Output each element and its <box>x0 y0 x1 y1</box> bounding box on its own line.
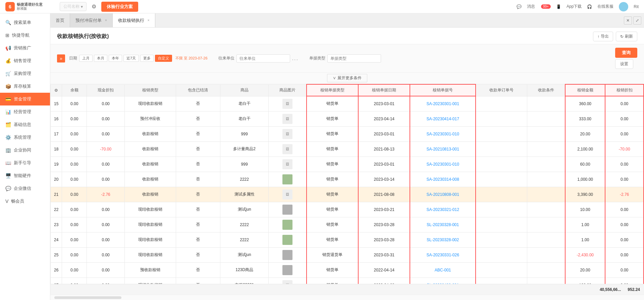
row-balance: 0.00 <box>62 96 87 111</box>
row-writeoff-discount: 0.00 <box>605 217 644 232</box>
row-writeoff-amount: -2,430.00 <box>565 247 605 262</box>
industry-button[interactable]: 休验行业方案 <box>101 2 138 12</box>
query-button[interactable]: 查询 <box>615 48 637 58</box>
last-month-btn[interactable]: 上月 <box>79 55 93 62</box>
scroll-bar-area <box>50 295 644 300</box>
row-product-image: 🖼 <box>268 126 307 141</box>
row-receipt-condition <box>527 141 565 157</box>
row-voucher-no[interactable]: SL-20230408-001 <box>410 277 476 284</box>
service-label[interactable]: 在线客服 <box>597 4 613 9</box>
row-index: 17 <box>51 126 62 141</box>
more-date-btn[interactable]: 更多 <box>140 55 154 62</box>
row-receipt-order-no <box>476 277 527 284</box>
tab-home[interactable]: 首页 <box>50 13 70 27</box>
row-voucher-date: 2023-03-28 <box>358 217 410 232</box>
message-label[interactable]: 消息 <box>527 4 535 9</box>
row-balance: 0.00 <box>62 232 87 247</box>
table-container[interactable]: ⚙ 余额 现金折扣 核销类型 包含已结清 商品 商品图片 核销单据类型 核销单据… <box>50 84 644 284</box>
sidebar-item-basic[interactable]: 🗂️ 基础信息 <box>0 118 50 131</box>
tab-receipt[interactable]: 收款核销执行 × <box>113 13 155 27</box>
col-writeoff-type: 核销类型 <box>125 84 176 96</box>
app-label[interactable]: App下载 <box>567 4 582 9</box>
row-receipt-order-no <box>476 232 527 247</box>
close-prepay-tab[interactable]: × <box>105 18 107 22</box>
close-window-button[interactable]: ✕ <box>624 16 632 25</box>
product-image <box>282 220 292 230</box>
row-index: 23 <box>51 217 62 232</box>
row-voucher-no[interactable]: SA-20230331-026 <box>410 247 476 262</box>
row-writeoff-type: 收款核销 <box>125 187 176 202</box>
row-receipt-condition <box>527 262 565 277</box>
voucher-type-input[interactable] <box>327 54 381 62</box>
row-cash-discount: 0.00 <box>87 126 125 141</box>
row-writeoff-type: 现结收款核销 <box>125 96 176 111</box>
expand-more-button[interactable]: ∨ 展开更多条件 <box>327 74 367 82</box>
row-voucher-no[interactable]: ABC-001 <box>410 262 476 277</box>
tab-spacer <box>155 13 621 27</box>
sidebar-item-sales[interactable]: 💰 销售管理 <box>0 54 50 67</box>
sidebar-item-purchase[interactable]: 🛒 采购管理 <box>0 67 50 80</box>
row-writeoff-type: 预付冲应收 <box>125 111 176 126</box>
row-writeoff-discount: 0.00 <box>605 157 644 172</box>
close-receipt-tab[interactable]: × <box>148 18 150 22</box>
row-product-image: 🖼 <box>268 157 307 172</box>
row-voucher-no[interactable]: SA-20230301-010 <box>410 126 476 141</box>
row-voucher-no[interactable]: SA-20230414-017 <box>410 111 476 126</box>
row-receipt-order-no <box>476 141 527 157</box>
custom-date-btn[interactable]: 自定义 <box>155 55 172 62</box>
row-voucher-date: 2023-04-14 <box>358 111 410 126</box>
company-selector[interactable]: 公司名称 ▾ <box>60 2 87 11</box>
tab-prepay[interactable]: 预付冲应付单 × <box>70 13 113 27</box>
sidebar-item-hardware[interactable]: 🖥️ 智能硬件 <box>0 169 50 182</box>
sidebar-item-wechat[interactable]: 💬 企业微信 <box>0 182 50 195</box>
row-voucher-no[interactable]: SA-20230301-001 <box>410 96 476 111</box>
col-settings[interactable]: ⚙ <box>51 84 62 96</box>
system-icon: ⚙️ <box>5 135 11 140</box>
sidebar-item-quicknav[interactable]: ⊞ 快捷导航 <box>0 29 50 42</box>
maximize-window-button[interactable]: ⤢ <box>633 16 641 25</box>
from-unit-input[interactable] <box>236 54 290 62</box>
row-writeoff-amount: 100.00 <box>565 277 605 284</box>
row-voucher-no[interactable]: SA-20210813-001 <box>410 141 476 157</box>
sidebar-item-inventory[interactable]: 📦 库存核算 <box>0 80 50 93</box>
row-product-image <box>268 247 307 262</box>
sidebar-item-enterprise[interactable]: 🏢 企业协同 <box>0 144 50 157</box>
row-index: 18 <box>51 141 62 157</box>
row-writeoff-amount: 10.00 <box>565 202 605 217</box>
settings-button[interactable]: ⚙ <box>89 2 99 11</box>
sidebar-item-system[interactable]: ⚙️ 系统管理 <box>0 131 50 144</box>
row-voucher-no[interactable]: SL-20230328-002 <box>410 232 476 247</box>
row-voucher-no[interactable]: SA-20230301-010 <box>410 157 476 172</box>
horizontal-scrollbar[interactable] <box>54 296 121 299</box>
row-receipt-condition <box>527 247 565 262</box>
date-label: 日期 <box>69 55 77 61</box>
sidebar-item-member[interactable]: V 畅会员 <box>0 195 50 208</box>
sidebar-item-finance[interactable]: 💳 资金管理 <box>0 93 50 105</box>
filter-actions: 查询 设置 <box>615 48 637 69</box>
product-image: 🖼 <box>282 129 292 139</box>
export-button[interactable]: ↑ 导出 <box>593 32 613 41</box>
row-voucher-no[interactable]: SA-20230321-012 <box>410 202 476 217</box>
row-product: 123D商品 <box>220 262 269 277</box>
row-voucher-no[interactable]: SA-20210808-001 <box>410 187 476 202</box>
avatar[interactable] <box>619 2 628 11</box>
table-row: 15 0.00 0.00 现结收款核销 否 老白干 🖼 销货单 2023-03-… <box>51 96 644 111</box>
row-writeoff-amount: 333.00 <box>565 111 605 126</box>
row-voucher-no[interactable]: SA-20230314-008 <box>410 172 476 187</box>
sidebar-item-operation[interactable]: 📊 经营管理 <box>0 105 50 118</box>
row-voucher-no[interactable]: SL-20230328-001 <box>410 217 476 232</box>
this-month-btn[interactable]: 本月 <box>94 55 107 62</box>
sidebar-item-search[interactable]: 🔍 搜索菜单 <box>0 16 50 29</box>
this-year-btn[interactable]: 本年 <box>109 55 122 62</box>
settings-button[interactable]: 设置 <box>615 59 633 69</box>
product-image <box>282 174 292 184</box>
row-index: 22 <box>51 202 62 217</box>
sidebar-item-marketing[interactable]: 📢 营销推广 <box>0 42 50 54</box>
filter-expand-button[interactable]: » <box>57 54 65 62</box>
refresh-button[interactable]: ↻ 刷新 <box>616 32 637 41</box>
inventory-icon: 📦 <box>5 84 11 89</box>
last7days-btn[interactable]: 近7天 <box>123 55 139 62</box>
tab-bar: 首页 预付冲应付单 × 收款核销执行 × ✕ ⤢ <box>50 13 644 28</box>
row-receipt-condition <box>527 202 565 217</box>
sidebar-item-guide[interactable]: 📖 新手引导 <box>0 157 50 169</box>
